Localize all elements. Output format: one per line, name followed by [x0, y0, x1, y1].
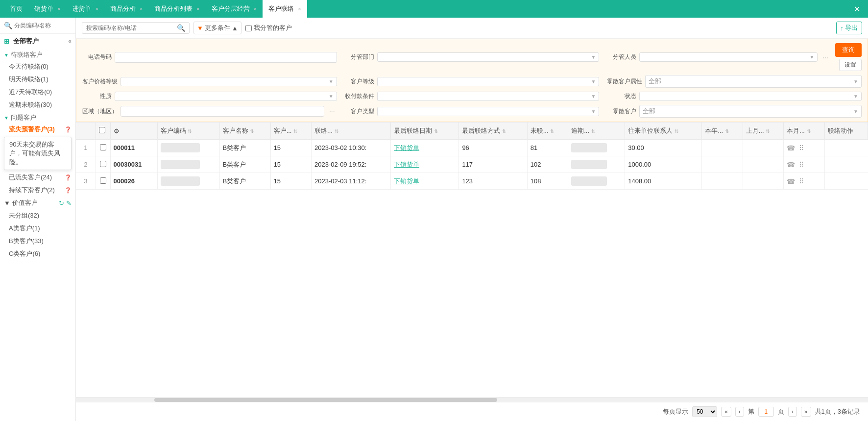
sidebar-item-7day-contact[interactable]: 近7天待联络(0) — [0, 86, 75, 99]
sidebar-item-overdue-contact[interactable]: 逾期未联络(30) — [0, 99, 75, 111]
cell-last-way[interactable]: 下销货单 — [391, 173, 459, 190]
edit-icon[interactable]: ✎ — [66, 199, 72, 207]
more-conditions-button[interactable]: ▼ 更多条件 ▲ — [193, 22, 241, 34]
first-page-button[interactable]: « — [721, 407, 731, 417]
contact-icon[interactable]: ☎ — [787, 177, 795, 185]
cell-check[interactable] — [96, 140, 110, 156]
sidebar-group-value-customers[interactable]: ▼ 价值客户 ↻ ✎ — [0, 197, 75, 209]
sidebar-item-today-contact[interactable]: 今天待联络(0) — [0, 60, 75, 73]
more-icon-manager[interactable]: ··· — [820, 53, 830, 61]
tab-sales-order[interactable]: 销货单 × — [28, 0, 66, 18]
cell-last-month — [702, 156, 743, 173]
tab-purchase-order[interactable]: 进货单 × — [66, 0, 104, 18]
th-name[interactable]: 客户名称 ⇅ — [219, 123, 270, 140]
close-tab-customer-tier[interactable]: × — [254, 6, 257, 12]
my-customers-checkbox-label[interactable]: 我分管的客户 — [245, 24, 292, 32]
sidebar-item-unclassified[interactable]: 未分组(32) — [0, 209, 75, 222]
sort-icon-type: ⇅ — [293, 128, 297, 134]
contact-icon[interactable]: ☎ — [787, 144, 795, 152]
th-unit-contact[interactable]: 往来单位联系人 ⇅ — [625, 123, 702, 140]
tab-product-analysis[interactable]: 商品分析 × — [104, 0, 148, 18]
more-action-icon[interactable]: ⠿ — [799, 177, 804, 185]
filter-select-customer-level[interactable]: ▼ — [377, 77, 600, 86]
th-code[interactable]: 客户编码 ⇅ — [157, 123, 219, 140]
th-this-month[interactable]: 本月... ⇅ — [784, 123, 824, 140]
select-all-checkbox[interactable] — [99, 127, 105, 133]
search-input[interactable] — [86, 25, 177, 31]
th-last-month[interactable]: 上月... ⇅ — [743, 123, 783, 140]
sidebar-item-class-c[interactable]: C类客户(6) — [0, 248, 75, 260]
row-checkbox-0[interactable] — [100, 144, 106, 150]
th-this-year[interactable]: 本年... ⇅ — [702, 123, 743, 140]
contact-icon[interactable]: ☎ — [787, 161, 795, 169]
sidebar-item-churn-warning[interactable]: 流失预警客户(3) ❓ — [0, 123, 75, 136]
sidebar-item-class-b[interactable]: B类客户(33) — [0, 235, 75, 248]
filter-select-customer-type[interactable]: ▼ — [377, 107, 600, 116]
th-check[interactable] — [96, 123, 110, 140]
cell-unit-contact: blurred — [568, 140, 625, 156]
row-checkbox-1[interactable] — [100, 161, 106, 167]
last-page-button[interactable]: » — [801, 407, 811, 417]
sidebar-search-input[interactable] — [14, 22, 76, 29]
prev-page-button[interactable]: ‹ — [735, 407, 744, 417]
close-tab-product-analysis[interactable]: × — [140, 6, 143, 12]
my-customers-checkbox[interactable] — [245, 25, 252, 31]
tab-home[interactable]: 首页 — [4, 0, 28, 18]
th-contact[interactable]: 联络... ⇅ — [312, 123, 391, 140]
sidebar-item-class-a[interactable]: A类客户(1) — [0, 222, 75, 235]
filter-select-price-level[interactable]: ▼ — [121, 77, 337, 86]
tab-product-analysis-list[interactable]: 商品分析列表 × — [148, 0, 205, 18]
th-settings[interactable]: ⚙ — [110, 123, 157, 140]
th-last-date[interactable]: 最后联络日期 ⇅ — [391, 123, 459, 140]
sidebar-item-lost-customers[interactable]: 已流失客户(24) ❓ — [0, 171, 75, 184]
filter-select-payment[interactable]: ▼ — [377, 92, 600, 101]
tab-customer-contact[interactable]: 客户联络 × — [263, 0, 307, 18]
sidebar-collapse-button[interactable]: « — [68, 38, 72, 45]
th-overdue[interactable]: 逾期... ⇅ — [568, 123, 625, 140]
horizontal-scrollbar-thumb[interactable] — [154, 398, 497, 402]
th-type[interactable]: 客户... ⇅ — [270, 123, 311, 140]
cell-check[interactable] — [96, 156, 110, 173]
horizontal-scrollbar[interactable] — [76, 397, 868, 402]
sort-icon-unit-contact: ⇅ — [675, 128, 678, 134]
filter-select-status[interactable]: ▼ — [639, 92, 862, 101]
sidebar-all-customers[interactable]: ⊞ 全部客户 « — [0, 34, 75, 49]
close-tab-purchase-order[interactable]: × — [95, 6, 98, 12]
close-tab-sales-order[interactable]: × — [57, 6, 60, 12]
sidebar-search-icon[interactable]: 🔍 — [4, 22, 12, 29]
export-button[interactable]: ↑ 导出 — [836, 22, 863, 34]
more-icon-region[interactable]: ··· — [327, 107, 337, 115]
cell-last-way[interactable]: 下销货单 — [391, 140, 459, 156]
filter-input-region[interactable] — [121, 106, 324, 117]
next-page-button[interactable]: › — [788, 407, 797, 417]
th-last-way[interactable]: 最后联络方式 ⇅ — [459, 123, 527, 140]
filter-select-dept[interactable]: ▼ — [377, 52, 600, 62]
filter-select-scatter-customer[interactable]: 全部 ▼ — [639, 105, 862, 118]
row-checkbox-2[interactable] — [100, 177, 106, 184]
sidebar-item-declining-customers[interactable]: 持续下滑客户(2) ❓ — [0, 184, 75, 197]
cell-check[interactable] — [96, 173, 110, 190]
sidebar-item-tomorrow-contact[interactable]: 明天待联络(1) — [0, 73, 75, 86]
sidebar-group-pending-contact[interactable]: ▼ 待联络客户 — [0, 49, 75, 60]
page-number-input[interactable] — [758, 407, 774, 417]
close-all-tabs-button[interactable]: ✕ — [850, 4, 864, 14]
filter-select-nature[interactable]: ▼ — [115, 92, 337, 101]
cell-last-way[interactable]: 下销货单 — [391, 156, 459, 173]
filter-input-phone[interactable] — [115, 52, 337, 63]
page-size-select[interactable]: 50 20 100 — [692, 406, 717, 417]
tab-customer-tier[interactable]: 客户分层经营 × — [206, 0, 263, 18]
cell-this-month — [743, 156, 783, 173]
search-icon-button[interactable]: 🔍 — [177, 24, 185, 32]
filter-select-scatter-attr[interactable]: 全部 ▼ — [645, 75, 862, 88]
close-tab-customer-contact[interactable]: × — [298, 6, 301, 12]
cell-code: 000011 — [110, 140, 157, 156]
settings-button[interactable]: 设置 — [839, 59, 862, 71]
sidebar-group-problem-customers[interactable]: ▼ 问题客户 — [0, 111, 75, 123]
more-action-icon[interactable]: ⠿ — [799, 144, 804, 152]
filter-select-manager[interactable]: ▼ — [639, 52, 818, 62]
refresh-icon[interactable]: ↻ — [59, 199, 64, 207]
close-tab-product-analysis-list[interactable]: × — [196, 6, 199, 12]
th-uncontact[interactable]: 未联... ⇅ — [527, 123, 568, 140]
query-button[interactable]: 查询 — [835, 43, 862, 57]
more-action-icon[interactable]: ⠿ — [799, 161, 804, 169]
